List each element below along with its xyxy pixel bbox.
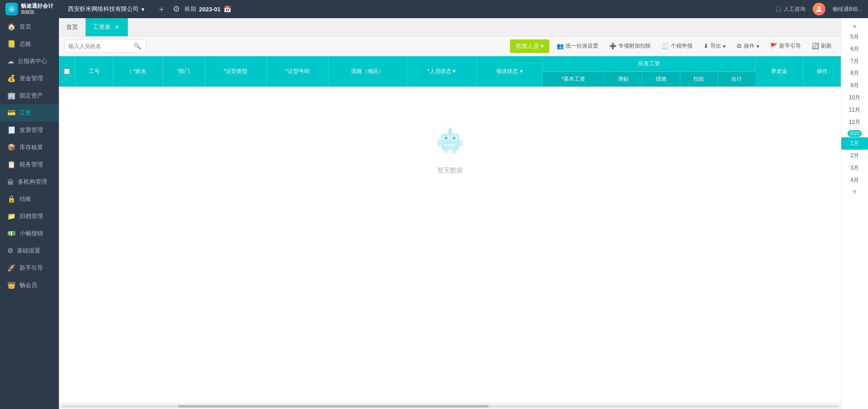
scrollbar-track <box>61 405 839 408</box>
date-panel-down-arrow[interactable]: ▼ <box>850 186 860 197</box>
add-company-btn[interactable]: ＋ <box>157 5 165 13</box>
empty-row: 暂无数据 <box>59 87 841 211</box>
tab-bar: 首页 工资表 ✕ <box>59 18 841 36</box>
sidebar-item-assets[interactable]: 🏢 固定资产 <box>0 87 59 104</box>
select-all-checkbox[interactable] <box>64 68 70 74</box>
settings-btn[interactable]: ⚙ <box>173 5 180 13</box>
month-2022-08[interactable]: 8月 <box>841 67 868 79</box>
sidebar-item-home[interactable]: 🏠 首页 <box>0 18 59 35</box>
sidebar-item-expense[interactable]: 💵 小畅报销 <box>0 225 59 242</box>
special-deduction-btn[interactable]: ➕ 专项附加扣除 <box>606 40 655 52</box>
tax-report-icon: 🧾 <box>662 43 669 49</box>
sidebar-item-cloud-report[interactable]: ☁ 云报表中心 <box>0 53 59 70</box>
col-pension: 养老金 <box>756 56 804 87</box>
empty-state: 暂无数据 <box>59 87 841 211</box>
search-icon[interactable]: 🔍 <box>134 43 141 49</box>
search-input[interactable] <box>68 43 132 49</box>
user-avatar <box>813 3 825 15</box>
svg-rect-10 <box>437 139 441 146</box>
period-label: 账期 <box>184 5 196 13</box>
month-2022-10[interactable]: 10月 <box>841 92 868 104</box>
svg-rect-13 <box>452 149 456 153</box>
company-name: 西安虾米网络科技有限公司 <box>68 5 139 13</box>
tab-payroll-table[interactable]: 工资表 ✕ <box>86 18 128 36</box>
month-2022-11[interactable]: 11月 <box>841 104 868 116</box>
tab-payroll-close[interactable]: ✕ <box>113 24 121 31</box>
sidebar-item-archive[interactable]: 📁 归档管理 <box>0 208 59 225</box>
horizontal-scrollbar[interactable] <box>59 403 841 409</box>
scrollbar-thumb[interactable] <box>178 405 489 408</box>
sidebar-item-settings[interactable]: ⚙ 基础设置 <box>0 242 59 259</box>
sidebar-item-guide[interactable]: 🚀 新手引导 <box>0 259 59 277</box>
operation-arrow: ▾ <box>756 43 759 49</box>
close-period-icon: 🔒 <box>7 195 16 203</box>
sidebar-item-ledger[interactable]: 📒 总账 <box>0 35 59 53</box>
toolbar: 🔍 添加人员 ▾ 👥 统一社保设置 ➕ 专项附加扣除 🧾 个税申报 ⬇ 导 <box>59 36 841 56</box>
tab-home[interactable]: 首页 <box>59 18 86 36</box>
svg-rect-11 <box>459 139 463 146</box>
sidebar-label-settings: 基础设置 <box>17 247 40 255</box>
archive-icon: 📁 <box>7 212 16 220</box>
sidebar-label-assets: 固定资产 <box>19 92 43 100</box>
col-id-type: *证型类型 <box>204 56 267 87</box>
export-label: 导出 <box>710 42 721 50</box>
add-employee-button[interactable]: 添加人员 ▾ <box>510 39 549 53</box>
month-2023-02[interactable]: 2月 <box>841 150 868 162</box>
export-btn[interactable]: ⬇ 导出 ▾ <box>700 40 729 52</box>
sidebar-item-fund[interactable]: 💰 资金管理 <box>0 70 59 87</box>
social-security-btn[interactable]: 👥 统一社保设置 <box>553 40 602 52</box>
date-panel-up-arrow[interactable]: ▲ <box>850 20 860 31</box>
refresh-btn[interactable]: 🔄 刷新 <box>808 40 835 52</box>
month-2022-06[interactable]: 6月 <box>841 43 868 55</box>
app-version: 旗舰版 <box>21 9 53 15</box>
header-actions: ＋ ⚙ <box>157 5 180 13</box>
new-guide-btn[interactable]: 🚩 新手引导 <box>766 40 805 52</box>
col-number: 工号 <box>75 56 113 87</box>
payroll-icon: 💳 <box>7 109 16 117</box>
calendar-icon[interactable]: 📅 <box>223 5 231 13</box>
sidebar-item-close-period[interactable]: 🔒 结账 <box>0 190 59 208</box>
sidebar-item-payroll[interactable]: 💳 工资 <box>0 104 59 122</box>
sidebar-label-home: 首页 <box>19 23 31 31</box>
col-checkbox <box>59 56 75 87</box>
app-name-block: 畅途通好会计 旗舰版 <box>21 3 53 15</box>
assets-icon: 🏢 <box>7 92 16 100</box>
company-dropdown-icon[interactable]: ▾ <box>141 6 145 13</box>
month-2023-03[interactable]: 3月 <box>841 162 868 174</box>
empty-robot-icon <box>432 123 468 159</box>
ledger-icon: 📒 <box>7 40 16 48</box>
year-2023-badge: 2023 <box>848 130 861 137</box>
month-2022-07[interactable]: 7月 <box>841 55 868 68</box>
month-2022-12[interactable]: 12月 <box>841 116 868 128</box>
operation-btn[interactable]: ⚙ 操作 ▾ <box>733 40 763 52</box>
personal-tax-btn[interactable]: 🧾 个税申报 <box>658 40 696 52</box>
month-2022-09[interactable]: 9月 <box>841 79 868 92</box>
sidebar-item-multi-org[interactable]: 🏛 多机构管理 <box>0 173 59 190</box>
user-name[interactable]: 畅续通B组... <box>833 5 863 13</box>
sidebar-item-invoice[interactable]: 🧾 发票管理 <box>0 122 59 139</box>
deduction-label: 专项附加扣除 <box>618 42 651 50</box>
col-deduction: 扣款 <box>680 72 718 87</box>
guide-icon: 🚀 <box>7 264 16 272</box>
guide-toolbar-label: 新手引导 <box>779 42 801 50</box>
tax-report-label: 个税申报 <box>671 42 693 50</box>
sidebar-item-tax[interactable]: 📋 税务管理 <box>0 156 59 173</box>
col-report-status: 报送状态 ▾ <box>476 56 542 87</box>
sidebar: 🏠 首页 📒 总账 ☁ 云报表中心 💰 资金管理 🏢 固定资产 💳 工资 🧾 发… <box>0 18 59 409</box>
sidebar-label-invoice: 发票管理 <box>19 126 43 134</box>
table-wrap: 工号 ↕ *姓名 *部门 *证型类型 *证型号码 国籍（地区） *人员状态 ▾ … <box>59 56 841 403</box>
col-name: ↕ *姓名 <box>113 56 163 87</box>
refresh-icon: 🔄 <box>812 43 819 49</box>
empty-text: 暂无数据 <box>437 166 463 175</box>
month-2023-04[interactable]: 4月 <box>841 174 868 186</box>
sidebar-label-ledger: 总账 <box>19 40 31 48</box>
col-nationality: 国籍（地区） <box>329 56 407 87</box>
service-btn[interactable]: 🎧 人工咨询 <box>775 5 805 13</box>
sidebar-item-inventory[interactable]: 📦 库存核算 <box>0 139 59 156</box>
company-selector[interactable]: 西安虾米网络科技有限公司 ▾ <box>64 3 148 15</box>
export-icon: ⬇ <box>703 43 708 49</box>
month-2023-01[interactable]: 1月 <box>841 137 868 150</box>
sidebar-item-member[interactable]: 👑 畅会员 <box>0 277 59 294</box>
month-2022-05[interactable]: 5月 <box>841 31 868 43</box>
svg-point-6 <box>452 136 455 139</box>
